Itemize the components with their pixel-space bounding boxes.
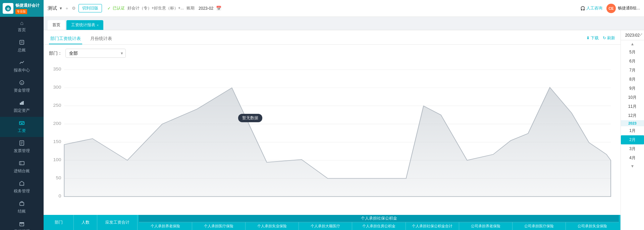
sidebar-item-assets[interactable]: 固定资产 xyxy=(0,97,44,117)
scroll-up-btn[interactable]: ▲ xyxy=(621,40,644,48)
y-label-150: 150 xyxy=(53,139,61,144)
month-item-8[interactable]: 8月 xyxy=(621,75,644,84)
subcol-company-unemployment-label: 公司承担失业保险 xyxy=(578,224,607,229)
month-item-2023-1[interactable]: 1月 xyxy=(621,126,644,135)
y-label-200: 200 xyxy=(53,121,61,126)
sidebar-item-salary-label: 工资 xyxy=(18,128,26,134)
sidebar-item-sales-label: 进销台账 xyxy=(14,168,30,174)
subcol-company-medical-label: 公司承担医疗保险 xyxy=(524,224,554,229)
assets-icon xyxy=(19,100,24,107)
sidebar-item-close[interactable]: 结账 xyxy=(0,197,44,218)
subcol-company-pension: 公司承担养老保险 xyxy=(459,222,513,230)
scroll-down-btn[interactable]: ▼ xyxy=(621,163,644,170)
svg-rect-10 xyxy=(19,122,24,125)
sidebar-item-funds[interactable]: ¥ 资金管理 xyxy=(0,77,44,97)
month-item-12[interactable]: 12月 xyxy=(621,111,644,120)
user-btn[interactable]: CE 畅捷通B组... xyxy=(606,4,640,13)
service-btn[interactable]: 🎧 人工咨询 xyxy=(580,5,602,11)
tabbar: 首页 工资统计报表 × xyxy=(44,17,644,30)
sidebar-item-invoice[interactable]: 发票管理 xyxy=(0,137,44,157)
topbar-add-icon[interactable]: ＋ xyxy=(65,5,69,11)
subcol-company-unemployment: 公司承担失业保险 xyxy=(566,222,619,230)
sidebar-item-tax[interactable]: 税务管理 xyxy=(0,177,44,197)
refresh-label: 刷新 xyxy=(607,35,615,41)
logo-title: 畅捷通好会计 xyxy=(15,3,40,8)
tab-salary-report[interactable]: 工资统计报表 × xyxy=(66,20,103,30)
month-item-5[interactable]: 5月 xyxy=(621,48,644,57)
month-item-9[interactable]: 9月 xyxy=(621,84,644,93)
subtab-dept-label: 部门工资统计表 xyxy=(50,36,81,41)
month-item-10[interactable]: 10月 xyxy=(621,93,644,102)
content-main: 部门工资统计表 月份统计表 ⬇ 下载 ↻ 刷新 xyxy=(44,30,621,230)
y-label-300: 300 xyxy=(53,85,61,89)
table-header: 部门 人数 应发工资合计 个人承担社保公积金 个人承担养老保险 xyxy=(44,215,621,230)
sidebar-item-home-label: 首页 xyxy=(18,27,26,33)
avatar-initials: CE xyxy=(608,6,613,10)
subcol-housing-fund-label: 个人承担住房公积金 xyxy=(362,224,395,229)
topbar-period-label: 账期 xyxy=(186,5,195,11)
subtab-monthly-label: 月份统计表 xyxy=(90,36,112,41)
topbar-settings-icon[interactable]: ⚙ xyxy=(72,6,76,11)
main-area: 测试 ▾ ＋ ⚙ 切到旧版 ✓ 已认证 好会计（专）+好生意（标）+... 账期… xyxy=(44,0,644,230)
sidebar-item-invoice-label: 发票管理 xyxy=(14,148,30,154)
y-label-50: 50 xyxy=(56,175,61,180)
subcol-medical-label: 个人承担医疗保险 xyxy=(204,224,233,229)
download-btn[interactable]: ⬇ 下载 xyxy=(586,35,599,41)
tab-home[interactable]: 首页 xyxy=(48,20,65,30)
panel-close-icon[interactable]: × xyxy=(634,32,637,38)
svg-rect-7 xyxy=(20,103,21,105)
sidebar-item-archive[interactable]: 归档管理 xyxy=(0,218,44,230)
subcol-pension-label: 个人承担养老保险 xyxy=(151,224,180,229)
month-item-11[interactable]: 11月 xyxy=(621,102,644,111)
subtab-monthly[interactable]: 月份统计表 xyxy=(89,34,113,44)
invoice-icon xyxy=(19,140,24,147)
month-item-2023-3[interactable]: 3月 xyxy=(621,144,644,153)
dept-select[interactable]: 全部 xyxy=(65,49,126,58)
sidebar-item-ledger[interactable]: 总账 xyxy=(0,36,44,56)
tab-close-icon[interactable]: × xyxy=(97,23,99,27)
group-header-personal: 个人承担社保公积金 xyxy=(139,215,619,222)
download-label: 下载 xyxy=(591,35,599,41)
sidebar-item-funds-label: 资金管理 xyxy=(14,88,30,93)
subcol-major-medical: 个人承担大额医疗 xyxy=(299,222,352,230)
subcol-unemployment: 个人承担失业保险 xyxy=(246,222,299,230)
col-total-salary: 应发工资合计 xyxy=(97,215,138,230)
month-item-6[interactable]: 6月 xyxy=(621,57,644,66)
topbar-dropdown-icon[interactable]: ▾ xyxy=(60,6,62,11)
refresh-icon: ↻ xyxy=(603,36,606,40)
svg-rect-12 xyxy=(21,123,23,124)
topbar-tags: 好会计（专）+好生意（标）+... xyxy=(127,5,184,11)
salary-chart: 350 300 250 200 150 100 50 0 xyxy=(49,62,615,212)
month-item-2023-4[interactable]: 4月 xyxy=(621,153,644,163)
month-item-2023-2[interactable]: 2月 xyxy=(621,135,644,144)
tax-icon xyxy=(19,181,24,187)
certified-icon: ✓ xyxy=(107,6,111,11)
subtab-dept[interactable]: 部门工资统计表 xyxy=(49,34,82,44)
col-total-salary-label: 应发工资合计 xyxy=(105,220,129,225)
tab-home-label: 首页 xyxy=(52,22,60,28)
svg-text:¥: ¥ xyxy=(21,82,23,85)
y-label-100: 100 xyxy=(53,157,61,162)
subcol-pension: 个人承担养老保险 xyxy=(139,222,192,230)
col-dept: 部门 xyxy=(44,215,74,230)
svg-rect-9 xyxy=(22,101,24,105)
funds-icon: ¥ xyxy=(19,80,24,87)
svg-rect-8 xyxy=(21,102,22,105)
tab-salary-label: 工资统计报表 xyxy=(71,22,95,28)
col-count: 人数 xyxy=(74,215,97,230)
ledger-icon xyxy=(19,40,24,46)
sidebar-item-salary[interactable]: 工资 xyxy=(0,117,44,137)
topbar-right: 🎧 人工咨询 CE 畅捷通B组... xyxy=(580,4,640,13)
subtab-bar: 部门工资统计表 月份统计表 ⬇ 下载 ↻ 刷新 xyxy=(44,30,621,45)
subcol-medical: 个人承担医疗保险 xyxy=(192,222,246,230)
month-item-7[interactable]: 7月 xyxy=(621,66,644,75)
app-logo: 会 畅捷通好会计 专业版 xyxy=(0,0,44,17)
panel-expand-icon[interactable]: ⤢ xyxy=(639,32,643,37)
user-avatar: CE xyxy=(606,4,616,13)
switch-btn[interactable]: 切到旧版 xyxy=(78,4,102,12)
sidebar-item-home[interactable]: ⌂ 首页 xyxy=(0,17,44,36)
sidebar-item-reports[interactable]: 报表中心 xyxy=(0,56,44,77)
sidebar-item-sales[interactable]: 进销台账 xyxy=(0,157,44,177)
refresh-btn[interactable]: ↻ 刷新 xyxy=(603,35,615,41)
calendar-icon[interactable]: 📅 xyxy=(216,6,221,11)
